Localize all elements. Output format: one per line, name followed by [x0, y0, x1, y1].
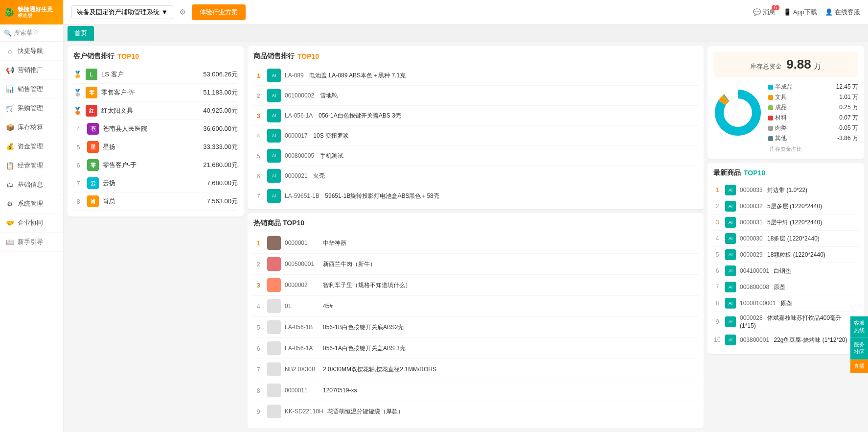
rank-number: 3	[713, 219, 721, 226]
legend-name: 肉类	[768, 124, 837, 132]
app-download-button[interactable]: 📱 App下载	[783, 8, 817, 17]
float-live[interactable]: 直播	[850, 360, 868, 373]
rank-number: 7	[73, 180, 83, 187]
sidebar-item-xinshou[interactable]: 📖 新手引导	[0, 233, 63, 252]
product-info: LA-59651-1B 59651-1B旋转投影灯电池盒ABS黑色＋58壳	[285, 192, 698, 200]
topbar-right: 💬 消息 6 📱 App下载 👤 在线客服	[753, 8, 860, 17]
legend-name: 半成品	[768, 83, 836, 91]
system-name-label: 装备及固定资产辅助管理系统	[77, 8, 160, 17]
hot-product-info: NB2.0X30B 2.0X30MM双摆花轴,摆花直径2.1MM/ROHS	[285, 365, 698, 374]
donut-chart	[713, 88, 762, 137]
trial-button[interactable]: 体验行业方案	[192, 4, 246, 20]
rank-number: 5	[253, 324, 263, 331]
sidebar-item-label: 营销推广	[18, 66, 43, 74]
message-button[interactable]: 💬 消息 6	[753, 8, 776, 17]
logo-name: 畅捷通好生意	[18, 6, 53, 13]
product-info: 000800008 原垄	[740, 283, 858, 291]
sidebar-item-caigou[interactable]: 🛒 采购管理	[0, 99, 63, 118]
hot-product-info: KK-SD22110H 花语萌恒温分罐罐袋（厚款）	[285, 408, 698, 416]
product-thumb	[267, 362, 281, 376]
product-info: 10000100001 原垄	[740, 299, 858, 308]
product-thumb: AI	[725, 298, 736, 309]
svg-point-4	[727, 102, 749, 123]
product-rank-item: 3 AI LA-056-1A 056-1A白色按键开关盖ABS 3壳	[253, 106, 698, 126]
sidebar-item-label: 系统管理	[18, 199, 43, 208]
legend-name: 成品	[768, 103, 839, 112]
customer-name: 云扬	[103, 179, 203, 188]
rank-number: 5	[253, 152, 263, 160]
app-download-label: App下载	[793, 8, 817, 17]
service-icon: 👤	[825, 8, 833, 16]
sidebar-item-xitong[interactable]: ⚙ 系统管理	[0, 194, 63, 214]
avatar: 红	[86, 105, 97, 117]
product-thumb	[267, 320, 281, 334]
gear-icon: ⚙	[6, 200, 14, 208]
avatar: 云	[87, 177, 99, 189]
float-customer-service[interactable]: 客服热线	[850, 316, 868, 338]
product-code: LA-056-1A	[285, 112, 313, 119]
hot-product-info: 0000001 中华神器	[285, 239, 698, 247]
product-thumb: AI	[267, 129, 281, 143]
sidebar-item-zijin[interactable]: 💰 资金管理	[0, 137, 63, 156]
product-name: 原垄	[774, 284, 785, 290]
sidebar-item-label: 销售管理	[18, 85, 43, 94]
product-name: 5层中纤 (1220*2440)	[767, 219, 822, 226]
product-code: 0000029	[740, 251, 763, 258]
product-code: 0000001	[285, 240, 319, 246]
customer-name: 零售客户-许	[101, 88, 199, 97]
product-code: 01	[285, 303, 319, 310]
customer-amount: 21,680.00元	[203, 161, 238, 169]
tab-home[interactable]: 首页	[68, 26, 94, 41]
sidebar-item-label: 企业协同	[18, 218, 43, 227]
settings-icon[interactable]: ⚙	[179, 7, 186, 17]
sidebar-item-yingxiao[interactable]: 📢 营销推广	[0, 61, 63, 80]
message-icon: 💬	[753, 8, 761, 16]
product-thumb: AI	[725, 233, 736, 244]
product-thumb: AI	[725, 265, 736, 276]
sidebar-item-label: 资金管理	[18, 142, 43, 151]
sidebar-item-kuaijie[interactable]: ⌂ 快捷导航	[0, 42, 63, 61]
box-icon: 📦	[6, 123, 14, 131]
hot-product-info: LA-056-1B 056-1B白色按键开关底ABS2壳	[285, 323, 698, 332]
medal-icon: 🥈	[73, 89, 82, 96]
rank-number: 8	[713, 300, 721, 307]
legend-name: 其他	[768, 134, 837, 143]
rank-number: 6	[713, 267, 721, 274]
product-name: 5层多层 (1220*2440)	[767, 203, 822, 210]
product-code: 0000032	[740, 203, 763, 210]
rank-number: 8	[253, 387, 263, 394]
legend-value: -0.05 万	[837, 124, 858, 132]
product-thumb	[267, 341, 281, 355]
float-service-community[interactable]: 服务社区	[850, 338, 868, 360]
system-name-dropdown[interactable]: 装备及固定资产辅助管理系统 ▼	[71, 5, 173, 19]
search-icon: 🔍	[4, 29, 12, 37]
sidebar-item-label: 新手引导	[18, 238, 43, 246]
customer-name: 肖总	[103, 197, 203, 206]
legend-name: 文具	[768, 93, 839, 101]
sidebar-item-jichu[interactable]: 🗂 基础信息	[0, 175, 63, 194]
sidebar-item-xiaoshou[interactable]: 📊 销售管理	[0, 80, 63, 99]
legend-value: 12.45 万	[836, 83, 858, 91]
hot-products-card: 热销商品 TOP10 1 0000001 中华神器 2 000500001 新西…	[248, 213, 704, 428]
sidebar-item-label: 库存核算	[18, 123, 43, 132]
hot-product-list: 1 0000001 中华神器 2 000500001 新西兰牛肉（新牛） 3 0…	[253, 233, 698, 422]
legend-value: 1.01 万	[839, 93, 858, 101]
hot-product-info: LA-056-1A 056-1A白色按键开关盖ABS 3壳	[285, 344, 698, 353]
left-panel: 客户销售排行 TOP10 🥇 L LS 客户 53,006.26元 🥈 零 零售…	[68, 46, 244, 428]
search-menu[interactable]: 🔍 搜索菜单	[0, 24, 63, 42]
avatar: 肖	[87, 195, 99, 207]
sidebar-item-qiye[interactable]: 🤝 企业协同	[0, 214, 63, 233]
sidebar-logo: 🐉 畅捷通好生意 标准版	[0, 0, 63, 24]
sidebar-item-kucun[interactable]: 📦 库存核算	[0, 118, 63, 137]
customer-amount: 7,563.00元	[206, 197, 238, 206]
product-rank-item: 7 AI LA-59651-1B 59651-1B旋转投影灯电池盒ABS黑色＋5…	[253, 186, 698, 206]
medal-icon: 🥇	[73, 71, 82, 78]
inventory-legend: 半成品 12.45 万 文具 1.01 万 成品 0.25 万 材料 0.07 …	[768, 82, 858, 144]
rank-item: 6 零 零售客户-于 21,680.00元	[73, 156, 238, 174]
sidebar-item-jingying[interactable]: 📋 经营管理	[0, 156, 63, 175]
rank-number: 10	[713, 336, 721, 343]
hot-products-title: 热销商品 TOP10	[253, 219, 698, 228]
legend-value: 0.25 万	[839, 103, 858, 112]
online-service-button[interactable]: 👤 在线客服	[825, 8, 860, 17]
customer-name: 苍南县人民医院	[103, 124, 199, 133]
